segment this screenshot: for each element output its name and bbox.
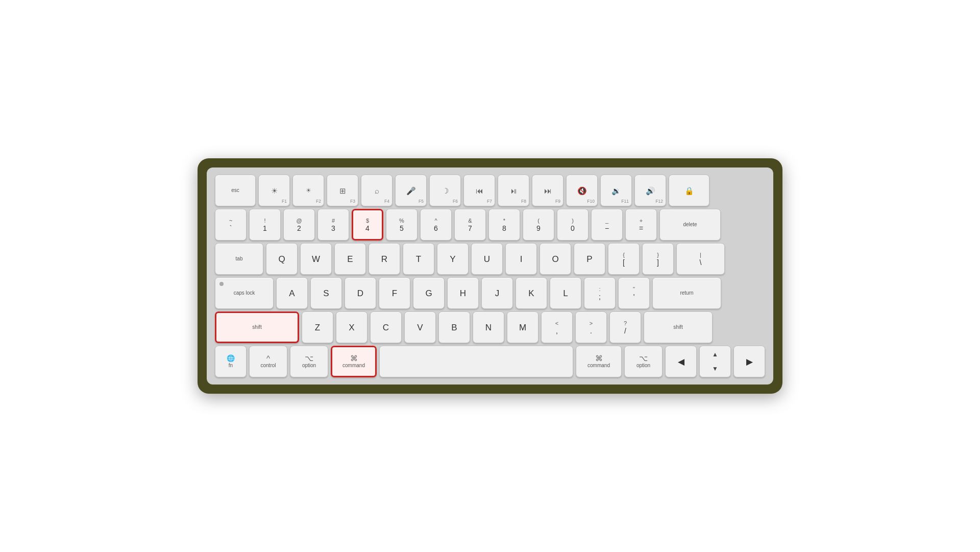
key-option-right[interactable]: ⌥ option: [624, 346, 663, 377]
key-delete[interactable]: delete: [659, 209, 721, 241]
qwerty-row: tab Q W E R T Y U I O P {[ }] |\: [215, 243, 765, 275]
key-0[interactable]: )0: [557, 209, 589, 241]
key-p[interactable]: P: [574, 243, 605, 275]
key-semicolon[interactable]: :;: [584, 277, 616, 309]
key-5[interactable]: %5: [386, 209, 418, 241]
key-z[interactable]: Z: [302, 311, 333, 343]
key-bracket-close[interactable]: }]: [642, 243, 674, 275]
key-x[interactable]: X: [336, 311, 368, 343]
key-bracket-open[interactable]: {[: [608, 243, 640, 275]
key-k[interactable]: K: [516, 277, 547, 309]
key-b[interactable]: B: [438, 311, 470, 343]
key-f4[interactable]: ⌕ F4: [361, 175, 393, 206]
key-arrow-down[interactable]: ▼: [712, 362, 718, 375]
key-g[interactable]: G: [413, 277, 445, 309]
key-t[interactable]: T: [403, 243, 434, 275]
key-f9[interactable]: ⏭ F9: [532, 175, 564, 206]
key-f1[interactable]: ☀ F1: [258, 175, 290, 206]
key-9[interactable]: (9: [523, 209, 554, 241]
key-backtick[interactable]: ~`: [215, 209, 247, 241]
zxcv-row: shift Z X C V B N M <, >. ?/ shift: [215, 311, 765, 343]
key-minus[interactable]: _−: [591, 209, 623, 241]
key-quote[interactable]: "': [618, 277, 650, 309]
key-arrow-left[interactable]: ◀: [665, 346, 697, 377]
key-tab[interactable]: tab: [215, 243, 263, 275]
key-comma[interactable]: <,: [541, 311, 573, 343]
function-row: esc ☀ F1 ☀ F2 ⊞ F3 ⌕ F4 🎤 F5: [215, 175, 765, 206]
key-y[interactable]: Y: [437, 243, 469, 275]
key-f3[interactable]: ⊞ F3: [327, 175, 358, 206]
key-backslash[interactable]: |\: [676, 243, 725, 275]
bottom-row: 🌐 fn ^ control ⌥ option ⌘ command ⌘ comm…: [215, 346, 765, 377]
key-f2[interactable]: ☀ F2: [292, 175, 324, 206]
number-row: ~` !1 @2 #3 $4 %5 ^6 &7: [215, 209, 765, 241]
key-3[interactable]: #3: [317, 209, 349, 241]
key-e[interactable]: E: [334, 243, 366, 275]
key-l[interactable]: L: [550, 277, 581, 309]
key-a[interactable]: A: [276, 277, 308, 309]
key-option-left[interactable]: ⌥ option: [290, 346, 328, 377]
key-shift-left[interactable]: shift: [215, 311, 299, 343]
key-s[interactable]: S: [310, 277, 342, 309]
key-shift-right[interactable]: shift: [644, 311, 713, 343]
key-f6[interactable]: ☽ F6: [429, 175, 461, 206]
key-arrow-right[interactable]: ▶: [733, 346, 765, 377]
key-j[interactable]: J: [481, 277, 513, 309]
key-arrow-up[interactable]: ▲: [712, 348, 718, 361]
key-c[interactable]: C: [370, 311, 402, 343]
key-command-right[interactable]: ⌘ command: [576, 346, 622, 377]
key-fn[interactable]: 🌐 fn: [215, 346, 247, 377]
key-esc[interactable]: esc: [215, 175, 256, 206]
key-h[interactable]: H: [447, 277, 479, 309]
key-d[interactable]: D: [345, 277, 376, 309]
key-f[interactable]: F: [379, 277, 410, 309]
key-w[interactable]: W: [300, 243, 332, 275]
keyboard-body: esc ☀ F1 ☀ F2 ⊞ F3 ⌕ F4 🎤 F5: [207, 167, 773, 385]
key-lock[interactable]: 🔒: [669, 175, 709, 206]
key-o[interactable]: O: [540, 243, 571, 275]
key-v[interactable]: V: [404, 311, 436, 343]
key-equals[interactable]: +=: [625, 209, 657, 241]
key-n[interactable]: N: [473, 311, 504, 343]
key-8[interactable]: *8: [488, 209, 520, 241]
caps-lock-indicator: [219, 282, 224, 286]
key-2[interactable]: @2: [283, 209, 315, 241]
key-arrow-updown[interactable]: ▲ ▼: [699, 346, 731, 377]
key-r[interactable]: R: [369, 243, 400, 275]
key-m[interactable]: M: [507, 311, 538, 343]
key-7[interactable]: &7: [454, 209, 486, 241]
key-f10[interactable]: 🔇 F10: [566, 175, 598, 206]
key-6[interactable]: ^6: [420, 209, 452, 241]
key-caps-lock[interactable]: caps lock: [215, 277, 274, 309]
key-command-left[interactable]: ⌘ command: [331, 346, 377, 377]
key-spacebar[interactable]: [379, 346, 573, 377]
asdf-row: caps lock A S D F G H J K L :; "' return: [215, 277, 765, 309]
key-i[interactable]: I: [505, 243, 537, 275]
key-return[interactable]: return: [652, 277, 721, 309]
key-slash[interactable]: ?/: [609, 311, 641, 343]
key-1[interactable]: !1: [249, 209, 281, 241]
keyboard-wrapper: esc ☀ F1 ☀ F2 ⊞ F3 ⌕ F4 🎤 F5: [198, 158, 782, 394]
key-period[interactable]: >.: [575, 311, 607, 343]
key-u[interactable]: U: [471, 243, 503, 275]
key-control[interactable]: ^ control: [249, 346, 287, 377]
key-f8[interactable]: ⏯ F8: [498, 175, 529, 206]
key-4[interactable]: $4: [352, 209, 383, 241]
key-f5[interactable]: 🎤 F5: [395, 175, 427, 206]
key-f12[interactable]: 🔊 F12: [634, 175, 666, 206]
key-f7[interactable]: ⏮ F7: [463, 175, 495, 206]
key-q[interactable]: Q: [266, 243, 298, 275]
key-f11[interactable]: 🔉 F11: [600, 175, 632, 206]
